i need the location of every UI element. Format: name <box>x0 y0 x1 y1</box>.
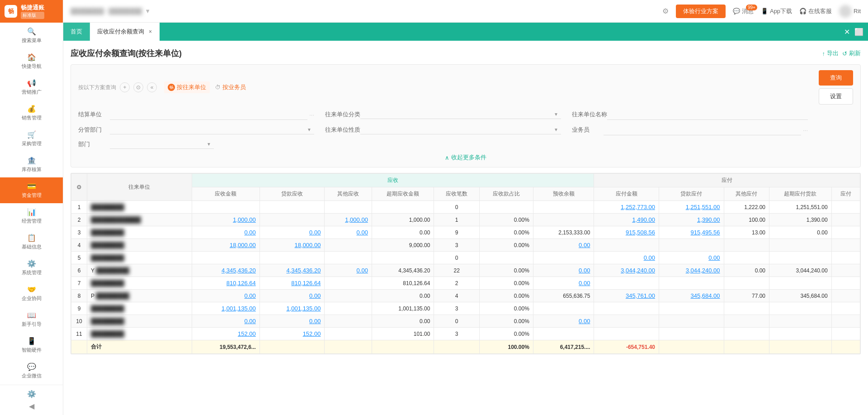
salesperson-dots[interactable]: ··· <box>803 127 808 134</box>
row-receivable-amount[interactable]: 18,000.00 <box>192 239 259 252</box>
filter-manage-dept: 分管部门 ▼ <box>78 125 314 134</box>
scheme-by-unit[interactable]: 畅 按往来单位 <box>164 81 210 93</box>
online-service-button[interactable]: 🎧 在线客服 <box>799 7 832 15</box>
row-payable-extra <box>831 201 860 214</box>
sidebar-settings-icon[interactable]: ⚙️ <box>27 390 36 398</box>
row-counterparty: ████████ <box>87 302 192 315</box>
add-scheme-button[interactable]: + <box>120 82 130 92</box>
row-receivable-amount[interactable]: 810,126.64 <box>192 277 259 290</box>
export-button[interactable]: ↑ 导出 <box>822 49 839 57</box>
table-settings-icon[interactable]: ⚙ <box>75 183 83 191</box>
row-loan-payable[interactable]: 1,390.00 <box>659 214 724 226</box>
row-receivable-amount[interactable]: 0.00 <box>192 290 259 302</box>
scheme-collapse-button[interactable]: « <box>147 82 157 92</box>
receivable-group-header: 应收 <box>192 174 594 187</box>
row-loan-receivable[interactable]: 0.00 <box>259 226 325 239</box>
row-loan-receivable[interactable]: 810,126.64 <box>259 277 325 290</box>
sidebar-bottom: ⚙️ ◀ <box>0 385 63 415</box>
scheme-settings-button[interactable]: ⊙ <box>133 82 143 92</box>
row-receivable-amount[interactable]: 1,001,135.00 <box>192 302 259 315</box>
maximize-icon[interactable]: ⬜ <box>854 28 863 36</box>
row-other-receivable[interactable]: 0.00 <box>325 264 372 277</box>
sidebar-item-hardware[interactable]: 📱 智能硬件 <box>0 332 63 358</box>
row-loan-receivable[interactable]: 0.00 <box>259 315 325 328</box>
row-payable-amount[interactable]: 345,761.00 <box>594 290 659 302</box>
sidebar-item-purchase[interactable]: 🛒 采购管理 <box>0 126 63 152</box>
sidebar-item-search[interactable]: 🔍 搜索菜单 <box>0 23 63 48</box>
table-row: 11 ████████ 152.00 152.00 101.00 3 0.00% <box>71 328 860 340</box>
unit-name-input[interactable] <box>607 109 808 120</box>
row-other-receivable[interactable]: 1,000.00 <box>325 214 372 226</box>
row-loan-payable[interactable]: 1,251,551.00 <box>659 201 724 214</box>
sidebar-item-system[interactable]: ⚙️ 系统管理 <box>0 255 63 281</box>
refresh-button[interactable]: ↺ 刷新 <box>842 49 861 57</box>
sidebar-item-quick-nav[interactable]: 🏠 快捷导航 <box>0 48 63 74</box>
row-loan-receivable[interactable]: 0.00 <box>259 290 325 302</box>
row-payable-amount[interactable]: 1,490.00 <box>594 214 659 226</box>
settlement-unit-dots[interactable]: ··· <box>309 111 314 118</box>
tab-receivable[interactable]: 应收应付余额查询 × <box>90 23 160 41</box>
row-num: 5 <box>71 252 87 264</box>
row-loan-receivable[interactable]: 18,000.00 <box>259 239 325 252</box>
row-loan-payable[interactable]: 0.00 <box>659 252 724 264</box>
sidebar-item-sales[interactable]: 💰 销售管理 <box>0 100 63 126</box>
row-receivable-amount[interactable]: 4,345,436.20 <box>192 264 259 277</box>
filter-collapse-button[interactable]: ∧ 收起更多条件 <box>78 153 853 162</box>
settlement-unit-input[interactable] <box>110 109 307 120</box>
row-payable-amount[interactable]: 0.00 <box>594 252 659 264</box>
guide-icon: 📖 <box>27 311 36 320</box>
close-window-icon[interactable]: ✕ <box>844 28 850 36</box>
sidebar-item-finance[interactable]: 💳 资金管理 <box>0 177 63 203</box>
sidebar-item-guide[interactable]: 📖 新手引导 <box>0 306 63 332</box>
unit-category-dropdown[interactable]: ▼ <box>360 110 561 119</box>
row-payable-extra <box>831 226 860 239</box>
user-profile-button[interactable]: Rit <box>839 5 861 18</box>
sidebar-item-enterprise[interactable]: 🤝 企业协同 <box>0 281 63 306</box>
row-loan-payable[interactable]: 345,684.00 <box>659 290 724 302</box>
row-other-receivable <box>325 290 372 302</box>
row-advance-balance[interactable]: 0.00 <box>533 277 594 290</box>
settings-button[interactable]: 设置 <box>819 88 853 105</box>
row-receivable-amount[interactable]: 1,000.00 <box>192 214 259 226</box>
row-counterparty: Y ████████ <box>87 264 192 277</box>
salesperson-input[interactable] <box>604 124 801 135</box>
sidebar-collapse-icon[interactable]: ◀ <box>29 402 34 410</box>
sidebar-item-marketing[interactable]: 📢 营销推广 <box>0 74 63 100</box>
row-payable-amount <box>594 315 659 328</box>
col-other-receivable: 其他应收 <box>325 187 372 201</box>
trial-industry-button[interactable]: 体验行业方案 <box>676 5 726 18</box>
row-loan-payable[interactable]: 3,044,240.00 <box>659 264 724 277</box>
row-loan-receivable[interactable]: 1,001,135.00 <box>259 302 325 315</box>
query-button[interactable]: 查询 <box>819 70 853 86</box>
manage-dept-dropdown[interactable]: ▼ <box>110 125 314 134</box>
row-loan-receivable[interactable]: 152.00 <box>259 328 325 340</box>
app-download-button[interactable]: 📱 App下载 <box>761 7 792 15</box>
row-loan-payable[interactable]: 915,495.56 <box>659 226 724 239</box>
sidebar-item-inventory[interactable]: 🏦 库存核算 <box>0 152 63 177</box>
sidebar-item-wechat[interactable]: 💬 企业微信 <box>0 358 63 384</box>
row-receivable-amount[interactable]: 0.00 <box>192 315 259 328</box>
scheme-by-salesperson[interactable]: ⏱ 按业务员 <box>212 81 250 93</box>
filter-schemes: 畅 按往来单位 ⏱ 按业务员 <box>164 81 250 93</box>
row-payable-amount[interactable]: 1,252,773.00 <box>594 201 659 214</box>
tab-home[interactable]: 首页 <box>63 23 90 41</box>
row-loan-receivable[interactable]: 4,345,436.20 <box>259 264 325 277</box>
message-button[interactable]: 💬 消息 99+ <box>733 7 754 15</box>
row-receivable-amount[interactable]: 0.00 <box>192 226 259 239</box>
sidebar-item-operation[interactable]: 📊 经营管理 <box>0 203 63 229</box>
row-payable-amount[interactable]: 3,044,240.00 <box>594 264 659 277</box>
sidebar-item-basic[interactable]: 📋 基础信息 <box>0 229 63 255</box>
tab-close-icon[interactable]: × <box>149 29 152 35</box>
unit-nature-dropdown[interactable]: ▼ <box>360 125 561 134</box>
row-advance-balance[interactable]: 0.00 <box>533 239 594 252</box>
dept-dropdown[interactable]: ▼ <box>110 140 214 149</box>
row-advance-balance <box>533 201 594 214</box>
row-advance-balance[interactable]: 0.00 <box>533 264 594 277</box>
row-payable-amount[interactable]: 915,508.56 <box>594 226 659 239</box>
page-content: 应收应付余额查询(按往来单位) ↑ 导出 ↺ 刷新 按以下方案查询 <box>63 41 868 415</box>
settings-gear-icon[interactable]: ⚙ <box>662 7 669 15</box>
row-receivable-amount[interactable]: 152.00 <box>192 328 259 340</box>
row-other-receivable[interactable]: 0.00 <box>325 226 372 239</box>
row-other-payable: 77.00 <box>724 290 769 302</box>
row-advance-balance[interactable]: 0.00 <box>533 315 594 328</box>
